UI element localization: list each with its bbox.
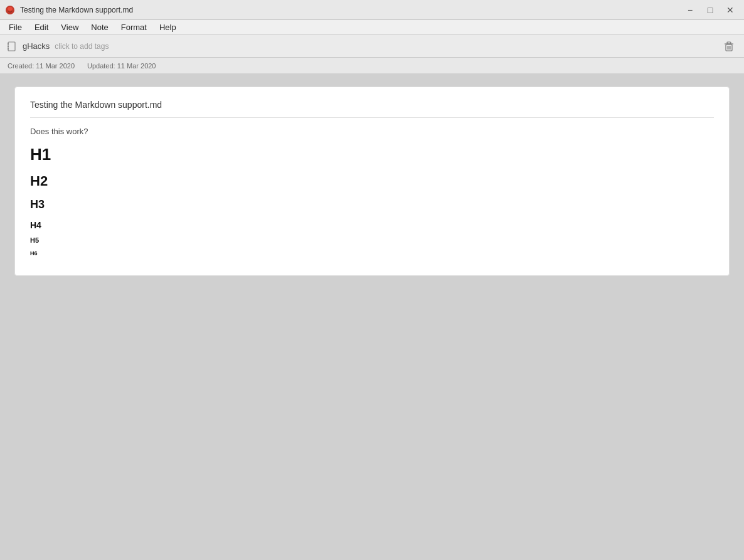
notebook-icon <box>6 41 18 52</box>
svg-rect-4 <box>8 46 9 47</box>
heading-2: H2 <box>30 173 714 189</box>
created-date: Created: 11 Mar 2020 <box>8 62 75 70</box>
date-bar: Created: 11 Mar 2020 Updated: 11 Mar 202… <box>0 58 744 74</box>
heading-5: H5 <box>30 236 714 244</box>
notebook-name: gHacks <box>23 41 50 51</box>
tag-bar: gHacks click to add tags <box>0 35 744 58</box>
heading-4: H4 <box>30 220 714 230</box>
svg-point-1 <box>8 7 13 11</box>
note-title: Testing the Markdown support.md <box>30 100 714 118</box>
menu-edit[interactable]: Edit <box>28 21 55 33</box>
menu-format[interactable]: Format <box>115 21 153 33</box>
title-bar: Testing the Markdown support.md − □ ✕ <box>0 0 744 20</box>
svg-rect-8 <box>727 42 731 44</box>
window-title: Testing the Markdown support.md <box>20 6 133 14</box>
minimize-button[interactable]: − <box>681 3 699 17</box>
heading-6: H6 <box>30 250 714 256</box>
trash-button[interactable] <box>720 38 738 55</box>
menu-bar: File Edit View Note Format Help <box>0 20 744 35</box>
svg-rect-2 <box>8 42 15 51</box>
menu-note[interactable]: Note <box>85 21 114 33</box>
close-button[interactable]: ✕ <box>721 3 739 17</box>
tag-bar-left: gHacks click to add tags <box>6 41 109 52</box>
note-card: Testing the Markdown support.md Does thi… <box>14 87 730 276</box>
maximize-button[interactable]: □ <box>701 3 719 17</box>
content-area: Testing the Markdown support.md Does thi… <box>0 74 744 560</box>
note-subtitle: Does this work? <box>30 127 714 136</box>
menu-file[interactable]: File <box>3 21 28 33</box>
updated-date: Updated: 11 Mar 2020 <box>87 62 156 70</box>
trash-icon <box>723 41 735 52</box>
app-icon <box>5 5 15 15</box>
heading-3: H3 <box>30 198 714 211</box>
svg-rect-5 <box>8 48 9 50</box>
title-bar-left: Testing the Markdown support.md <box>5 5 133 15</box>
menu-view[interactable]: View <box>55 21 85 33</box>
tag-add[interactable]: click to add tags <box>55 42 109 51</box>
svg-rect-3 <box>8 43 9 45</box>
heading-1: H1 <box>30 145 714 164</box>
window-controls: − □ ✕ <box>681 3 739 17</box>
menu-help[interactable]: Help <box>153 21 183 33</box>
